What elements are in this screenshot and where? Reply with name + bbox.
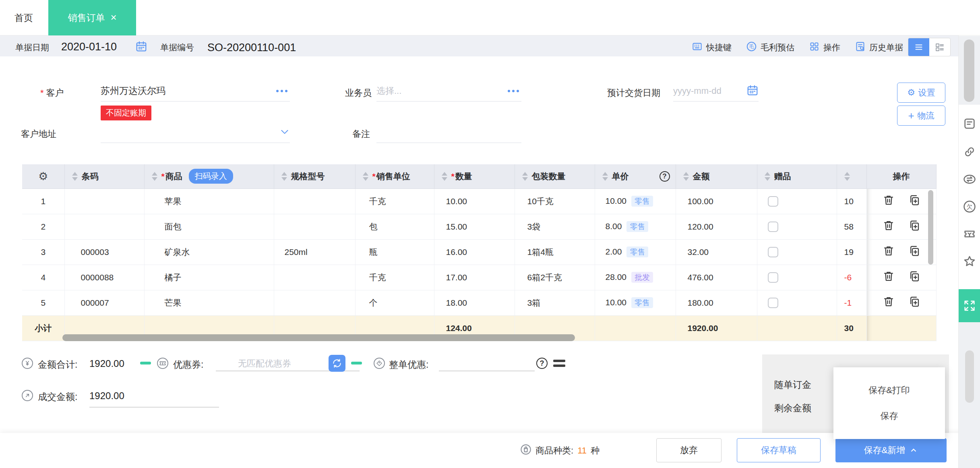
delete-row-icon[interactable] xyxy=(883,270,895,284)
cell-qty[interactable]: 17.00 xyxy=(434,265,515,290)
ellipsis-icon[interactable] xyxy=(276,90,287,92)
cell-product[interactable]: 苹果 xyxy=(144,188,274,214)
settings-button[interactable]: ⚙ 设置 xyxy=(897,83,945,103)
customer-field[interactable]: 苏州万达沃尔玛 xyxy=(101,81,290,101)
help-icon[interactable]: ? xyxy=(536,358,548,369)
gift-checkbox[interactable] xyxy=(768,222,778,232)
doc-date-field[interactable]: 2020-01-10 xyxy=(61,37,147,57)
note-icon[interactable] xyxy=(963,117,976,130)
copy-row-icon[interactable] xyxy=(908,194,920,208)
save-menu-item[interactable]: 保存 xyxy=(881,410,898,422)
cell-amount[interactable]: 100.00 xyxy=(676,188,757,214)
save-and-new-button[interactable]: 保存&新增 xyxy=(835,438,947,462)
price-level-badge[interactable]: 零售 xyxy=(626,221,648,232)
horizontal-scrollbar[interactable] xyxy=(62,334,575,341)
cell-pkg-qty[interactable]: 3袋 xyxy=(515,214,595,239)
cell-qty[interactable]: 15.00 xyxy=(434,214,515,239)
cell-spec[interactable] xyxy=(274,265,355,290)
cell-spec[interactable] xyxy=(274,290,355,315)
coupon-ticket-icon[interactable] xyxy=(963,227,976,241)
cell-price[interactable]: 10.00零售 xyxy=(595,188,676,214)
exchange-icon[interactable] xyxy=(963,172,976,186)
copy-row-icon[interactable] xyxy=(908,296,920,310)
price-level-badge[interactable]: 批发 xyxy=(631,272,653,283)
cell-spec[interactable] xyxy=(274,188,355,214)
doc-date-value[interactable]: 2020-01-10 xyxy=(61,41,117,53)
tab-close-icon[interactable]: × xyxy=(110,12,116,23)
sort-arrows-icon[interactable] xyxy=(72,172,78,181)
list-view-button[interactable] xyxy=(908,38,929,56)
delivery-date-field[interactable]: yyyy-mm-dd xyxy=(673,81,759,101)
sort-arrows-icon[interactable] xyxy=(765,172,770,181)
cell-price[interactable]: 10.00零售 xyxy=(595,290,676,315)
gift-checkbox[interactable] xyxy=(768,272,778,283)
cell-price[interactable]: 8.00零售 xyxy=(595,214,676,239)
price-level-badge[interactable]: 零售 xyxy=(631,297,653,308)
price-level-badge[interactable]: 零售 xyxy=(626,246,648,257)
cell-unit[interactable]: 千克 xyxy=(355,188,434,214)
cell-unit[interactable]: 包 xyxy=(355,214,434,239)
cell-pkg-qty[interactable]: 1箱4瓶 xyxy=(515,239,595,265)
toolbar-action-2[interactable]: 毛毛利预估 xyxy=(746,41,794,54)
abandon-button[interactable]: 放弃 xyxy=(656,438,722,462)
star-icon[interactable] xyxy=(963,255,976,268)
copy-row-icon[interactable] xyxy=(908,245,920,259)
cell-qty[interactable]: 18.00 xyxy=(434,290,515,315)
cell-pkg-qty[interactable]: 6箱2千克 xyxy=(515,265,595,290)
sort-arrows-icon[interactable] xyxy=(844,172,850,181)
cell-barcode[interactable]: 0000088 xyxy=(64,265,144,290)
cell-product[interactable]: 矿泉水 xyxy=(144,239,274,265)
scan-entry-button[interactable]: 扫码录入 xyxy=(189,169,233,184)
cell-product[interactable]: 面包 xyxy=(144,214,274,239)
cell-pkg-qty[interactable]: 10千克 xyxy=(515,188,595,214)
cell-qty[interactable]: 10.00 xyxy=(434,188,515,214)
sidebar-scrollbar-thumb[interactable] xyxy=(964,39,974,102)
cell-barcode[interactable] xyxy=(64,214,144,239)
vertical-scrollbar[interactable] xyxy=(928,190,933,265)
cell-unit[interactable]: 千克 xyxy=(355,265,434,290)
delete-row-icon[interactable] xyxy=(883,296,895,310)
column-settings-gear[interactable]: ⚙ xyxy=(22,164,64,188)
sort-arrows-icon[interactable] xyxy=(602,172,608,181)
cell-price[interactable]: 28.00批发 xyxy=(595,265,676,290)
sort-arrows-icon[interactable] xyxy=(522,172,528,181)
toolbar-action-3[interactable]: 操作 xyxy=(809,41,840,54)
sort-arrows-icon[interactable] xyxy=(363,172,368,181)
cell-qty[interactable]: 16.00 xyxy=(434,239,515,265)
cell-unit[interactable]: 瓶 xyxy=(355,239,434,265)
price-level-badge[interactable]: 零售 xyxy=(631,196,653,207)
tab-sales-order[interactable]: 销售订单 × xyxy=(48,0,136,35)
cell-product[interactable]: 芒果 xyxy=(144,290,274,315)
copy-row-icon[interactable] xyxy=(908,270,920,284)
sort-arrows-icon[interactable] xyxy=(281,172,287,181)
chevron-down-icon[interactable] xyxy=(279,126,290,139)
save-draft-button[interactable]: 保存草稿 xyxy=(737,438,821,462)
gift-checkbox[interactable] xyxy=(768,196,778,207)
gift-checkbox[interactable] xyxy=(768,247,778,257)
cell-price[interactable]: 2.00零售 xyxy=(595,239,676,265)
doc-no-value[interactable]: SO-20200110-001 xyxy=(207,39,296,56)
calendar-icon[interactable] xyxy=(746,84,759,98)
cell-barcode[interactable]: 000003 xyxy=(64,239,144,265)
sort-arrows-icon[interactable] xyxy=(442,172,447,181)
sort-arrows-icon[interactable] xyxy=(683,172,689,181)
cell-product[interactable]: 橘子 xyxy=(144,265,274,290)
sort-arrows-icon[interactable] xyxy=(152,172,157,181)
owe-circle-icon[interactable]: 欠 xyxy=(963,200,976,213)
cell-amount[interactable]: 32.00 xyxy=(676,239,757,265)
cell-amount[interactable]: 180.00 xyxy=(676,290,757,315)
gift-checkbox[interactable] xyxy=(768,298,778,308)
cell-spec[interactable] xyxy=(274,214,355,239)
help-icon[interactable]: ? xyxy=(660,171,670,182)
remark-field[interactable] xyxy=(376,122,521,143)
delete-row-icon[interactable] xyxy=(883,245,895,259)
cell-amount[interactable]: 120.00 xyxy=(676,214,757,239)
order-discount-field[interactable] xyxy=(439,354,535,371)
toolbar-action-4[interactable]: 历史单据 xyxy=(855,41,903,54)
save-menu-item[interactable]: 保存&打印 xyxy=(868,384,910,396)
refresh-coupon-button[interactable] xyxy=(329,355,345,372)
copy-row-icon[interactable] xyxy=(908,220,920,234)
cell-barcode[interactable]: 000007 xyxy=(64,290,144,315)
card-view-button[interactable] xyxy=(929,38,950,56)
link-icon[interactable] xyxy=(963,145,976,159)
